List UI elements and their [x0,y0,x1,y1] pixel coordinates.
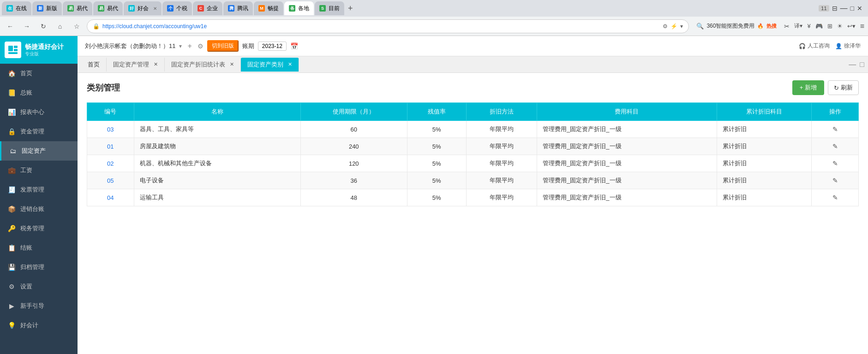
close-tab-5-icon[interactable]: ✕ [153,6,157,11]
browser-tab-2[interactable]: 新 新版 [32,1,62,15]
sidebar-item-home[interactable]: 🏠 首页 [0,64,78,83]
sidebar-item-inout[interactable]: 📦 进销台账 [0,199,78,219]
sidebar-label-home: 首页 [20,69,32,78]
sidebar-item-settings[interactable]: ⚙ 设置 [0,277,78,296]
refresh-button[interactable]: ↻ 刷新 [828,80,859,95]
user-profile-button[interactable]: 👤 徐泽华 [835,42,861,50]
reload-button[interactable]: ↻ [37,20,50,33]
page-tab-fixed-mgmt[interactable]: 固定资产管理 ✕ [107,58,165,72]
refresh-label: 刷新 [841,84,853,92]
cell-action-1[interactable]: ✎ [812,138,859,155]
browser-tab-10[interactable]: 各 各地 [284,1,314,15]
address-bar: ← → ↻ ⌂ ☆ 🔒 https://cloud.chanjet.com/ac… [0,17,868,36]
search-icon: 🔍 [696,23,704,30]
browser-tab-7[interactable]: C 企业 [193,1,222,15]
cell-code-2: 02 [87,155,134,172]
browser-tab-3[interactable]: 易 易代 [63,1,92,15]
cell-action-3[interactable]: ✎ [812,172,859,189]
page-tab-category[interactable]: 固定资产类别 ✕ [241,58,299,72]
cell-action-0[interactable]: ✎ [812,121,859,138]
sidebar-item-invoice[interactable]: 🧾 发票管理 [0,180,78,199]
sidebar-item-ledger[interactable]: 📒 总账 [0,83,78,102]
edit-icon-3[interactable]: ✎ [832,177,838,184]
game-icon[interactable]: 🎮 [815,23,823,30]
brightness-icon[interactable]: ☀ [837,23,843,30]
tab-bar: 在 在线 新 新版 易 易代 易 易代 好 好会 ✕ 个 个税 C 企业 腾 [0,0,868,17]
company-dropdown-icon[interactable]: ▾ [179,43,182,49]
close-tab-category-icon[interactable]: ✕ [288,61,292,67]
extensions-icon[interactable]: ⚡ [670,23,677,30]
cut-icon[interactable]: ✂ [784,23,790,30]
sidebar-label-tax: 税务管理 [20,224,44,233]
sidebar-item-fixed-assets[interactable]: 🗂 固定资产 [0,141,78,161]
cell-action-2[interactable]: ✎ [812,155,859,172]
edit-icon-0[interactable]: ✎ [832,126,838,133]
switch-version-button[interactable]: 切到旧版 [207,40,239,52]
currency-icon[interactable]: ¥ [807,23,810,30]
tab-label-1: 在线 [16,5,27,12]
browser-tab-4[interactable]: 易 易代 [93,1,123,15]
sidebar-label-ledger: 总账 [20,89,32,97]
add-tab-button[interactable]: + [345,4,356,13]
service-button[interactable]: 🎧 人工咨询 [799,42,830,50]
logo-icon [5,42,21,58]
sidebar-item-reports[interactable]: 📊 报表中心 [0,102,78,122]
url-dropdown-icon[interactable]: ▾ [680,23,683,30]
browser-tab-11[interactable]: S 目前 [315,1,344,15]
browser-menu-icon[interactable]: ≡ [860,22,864,30]
close-window-icon[interactable]: ✕ [857,5,862,12]
maximize-window-icon[interactable]: □ [860,60,864,69]
sidebar-item-closing[interactable]: 📋 结账 [0,238,78,258]
svg-rect-3 [8,52,18,54]
calendar-icon[interactable]: 📅 [290,42,298,50]
tab-menu-icon[interactable]: ⊟ [832,5,838,12]
sidebar-item-funds[interactable]: 🔒 资金管理 [0,122,78,141]
sidebar-item-guide[interactable]: ▶ 新手引导 [0,296,78,316]
cell-accumulated-2: 累计折旧 [717,155,811,172]
hot-search-label: 🔥 [757,23,764,29]
sidebar-item-tax[interactable]: 🔑 税务管理 [0,219,78,238]
sidebar-label-funds: 资金管理 [20,127,44,136]
browser-tab-9[interactable]: M 畅提 [254,1,283,15]
page-tab-depreciation[interactable]: 固定资产折旧统计表 ✕ [165,58,241,72]
sidebar-item-help[interactable]: 💡 好会计 [0,316,78,335]
settings-topbar-icon[interactable]: ⚙ [198,42,204,50]
favicon-1: 在 [6,5,13,12]
back-button[interactable]: ← [4,20,17,33]
close-tab-depreciation-icon[interactable]: ✕ [230,61,234,67]
sidebar-item-archive[interactable]: 💾 归档管理 [0,258,78,277]
bookmark-button[interactable]: ☆ [70,20,83,33]
browser-tab-1[interactable]: 在 在线 [2,1,31,15]
add-company-icon[interactable]: + [187,42,192,50]
home-button[interactable]: ⌂ [54,20,66,33]
browser-tab-8[interactable]: 腾 腾讯 [223,1,253,15]
edit-icon-4[interactable]: ✎ [832,194,838,201]
forward-button[interactable]: → [20,20,33,33]
undo-icon[interactable]: ↩▾ [847,23,856,30]
close-tab-fixed-mgmt-icon[interactable]: ✕ [154,61,158,67]
edit-icon-2[interactable]: ✎ [832,160,838,167]
cell-method-1: 年限平均 [466,138,537,155]
main-content: 刘小艳演示帐套（勿删勿动！）11 ▾ + ⚙ 切到旧版 账期 2023-12 📅… [78,36,868,354]
sidebar-item-payroll[interactable]: 💼 工资 [0,161,78,180]
favicon-2: 新 [37,5,43,12]
url-bar[interactable]: 🔒 https://cloud.chanjet.com/accounting/u… [87,19,689,33]
col-expense: 费用科目 [537,103,717,121]
minimize-icon[interactable]: — [840,4,848,12]
maximize-icon[interactable]: □ [850,5,854,12]
page-tab-home[interactable]: 首页 [81,58,107,72]
add-button[interactable]: + 新增 [792,80,824,95]
edit-icon-1[interactable]: ✎ [832,143,838,150]
browser-tab-5[interactable]: 好 好会 ✕ [124,1,162,15]
tab-count-badge: 11 [819,5,829,12]
grid-icon[interactable]: ⊞ [827,23,832,30]
table-row: 05 电子设备 36 5% 年限平均 管理费用_固定资产折旧_一级 累计折旧 ✎ [87,172,859,189]
cell-action-4[interactable]: ✎ [812,189,859,206]
minimize-window-icon[interactable]: — [849,60,856,69]
tab-label-11: 目前 [329,5,340,12]
translate-icon[interactable]: 译▾ [794,22,802,30]
period-value[interactable]: 2023-12 [258,42,287,51]
browser-tab-6[interactable]: 个 个税 [162,1,192,15]
sidebar-menu: 🏠 首页 📒 总账 📊 报表中心 🔒 资金管理 🗂 固定资产 💼 工资 [0,64,78,354]
site-settings-icon[interactable]: ⚙ [663,23,668,30]
